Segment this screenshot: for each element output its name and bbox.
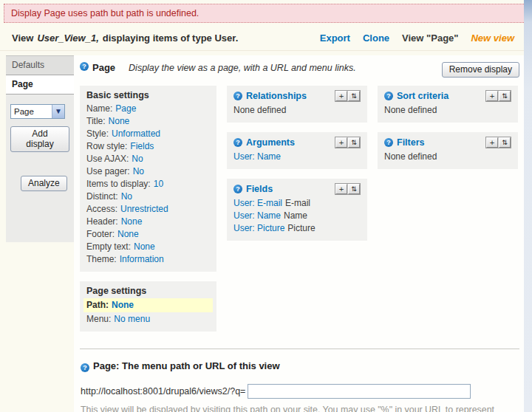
error-message: Display Page uses path but path is undef… [4, 4, 525, 23]
setting-value-link[interactable]: No [133, 166, 144, 176]
field-item-link[interactable]: User: E-mail [233, 198, 282, 208]
edit-pane-title: ?Page: The menu path or URL of this view [80, 360, 519, 372]
panel-buttons: + ⇅ [335, 137, 361, 148]
panel-buttons: + ⇅ [485, 90, 511, 102]
remove-display-button[interactable]: Remove display [442, 62, 519, 78]
argument-item-link[interactable]: User: Name [233, 151, 281, 162]
display-type-select-value: Page [14, 107, 52, 116]
setting-label: Row style: [86, 141, 127, 151]
setting-value-link[interactable]: No [121, 191, 132, 202]
sort-criteria-panel: ? Sort criteria + ⇅ None defined [378, 86, 518, 123]
view-info-bar: View User_View_1, displaying items of ty… [0, 23, 532, 51]
sort-criteria-title-link[interactable]: Sort criteria [397, 91, 449, 101]
setting-label: Use pager: [86, 166, 130, 176]
path-field-description: This view will be displayed by visiting … [81, 403, 519, 412]
add-icon-button[interactable]: + [486, 91, 498, 101]
settings-columns: Basic settings Name:Page Title:None Styl… [74, 84, 525, 341]
view-name: User_View_1, [37, 32, 98, 44]
arguments-title-link[interactable]: Arguments [246, 137, 295, 148]
rearrange-icon-button[interactable]: ⇅ [348, 91, 360, 101]
relationships-panel: ? Relationships + ⇅ None defined [227, 86, 367, 123]
setting-label: Theme: [86, 254, 117, 264]
sort-criteria-empty-text: None defined [384, 104, 511, 117]
setting-label: Footer: [86, 229, 115, 239]
field-item: User: NameName [233, 210, 361, 222]
rearrange-icon-button[interactable]: ⇅ [348, 137, 360, 148]
setting-row-access: Access:Unrestricted [86, 203, 210, 216]
path-input[interactable] [248, 384, 471, 399]
argument-item: User: Name [233, 151, 361, 163]
rearrange-icon-button[interactable]: ⇅ [348, 184, 360, 194]
add-display-button[interactable]: Add display [10, 126, 69, 152]
tab-page[interactable]: Page [6, 75, 74, 95]
add-icon-button[interactable]: + [486, 137, 498, 148]
rearrange-icon-button[interactable]: ⇅ [499, 137, 511, 148]
help-icon[interactable]: ? [81, 363, 89, 372]
display-type-select[interactable]: Page ▼ [10, 104, 65, 119]
setting-value-link[interactable]: Page [115, 103, 136, 114]
setting-value-link[interactable]: No [132, 154, 143, 164]
filters-title-link[interactable]: Filters [397, 137, 425, 148]
setting-row-items: Items to display:10 [86, 178, 210, 190]
setting-value-link[interactable]: 10 [154, 179, 163, 189]
field-item-link[interactable]: User: Picture [233, 223, 284, 233]
clone-link[interactable]: Clone [363, 32, 389, 44]
setting-value-link[interactable]: Unformatted [112, 128, 160, 139]
url-prefix-label: http://localhost:8001/drupal6/views2/?q= [81, 386, 245, 396]
arguments-panel: ? Arguments + ⇅ User: Name [227, 132, 367, 169]
export-link[interactable]: Export [320, 32, 350, 44]
path-field-row: http://localhost:8001/drupal6/views2/?q= [81, 384, 519, 399]
add-icon-button[interactable]: + [335, 184, 347, 194]
setting-label: Distinct: [86, 191, 118, 202]
setting-value-link[interactable]: Unrestricted [120, 204, 168, 214]
analyze-button[interactable]: Analyze [21, 176, 67, 191]
setting-label: Style: [86, 128, 109, 139]
view-page-link[interactable]: View "Page" [402, 32, 458, 44]
help-icon[interactable]: ? [233, 185, 242, 193]
setting-label: Use AJAX: [86, 154, 129, 164]
menu-value-link[interactable]: No menu [114, 314, 150, 324]
column-middle: ? Relationships + ⇅ None defined ? Argum… [227, 86, 367, 250]
path-label: Path: [86, 300, 109, 310]
field-item: User: E-mailE-mail [233, 197, 361, 210]
setting-row-style: Style:Unformatted [86, 128, 210, 140]
setting-row-title: Title:None [86, 115, 210, 128]
page-settings-title: Page settings [86, 286, 210, 296]
setting-value-link[interactable]: None [121, 216, 143, 227]
help-icon[interactable]: ? [384, 92, 393, 100]
filters-empty-text: None defined [384, 151, 511, 163]
column-right: ? Sort criteria + ⇅ None defined ? Filte… [378, 86, 518, 179]
field-item-label: Picture [287, 223, 315, 233]
help-icon[interactable]: ? [233, 92, 242, 100]
help-icon[interactable]: ? [233, 138, 242, 147]
help-icon[interactable]: ? [80, 62, 89, 71]
path-value-link[interactable]: None [112, 300, 134, 310]
new-view-link[interactable]: New view [471, 32, 514, 44]
basic-settings-title: Basic settings [86, 90, 210, 100]
setting-value-link[interactable]: None [117, 229, 139, 239]
setting-row-use-ajax: Use AJAX:No [86, 153, 210, 165]
field-item-link[interactable]: User: Name [233, 210, 281, 221]
tab-defaults[interactable]: Defaults [6, 55, 74, 75]
display-edit-main: ? Page Display the view as a page, with … [74, 55, 526, 412]
rearrange-icon-button[interactable]: ⇅ [499, 91, 511, 101]
setting-label: Header: [86, 216, 118, 227]
setting-row-row-style: Row style:Fields [86, 140, 210, 153]
setting-value-link[interactable]: None [109, 116, 130, 126]
view-info-prefix: View [12, 32, 33, 44]
setting-row-use-pager: Use pager:No [86, 165, 210, 178]
setting-value-link[interactable]: Information [120, 254, 164, 264]
setting-row-header: Header:None [86, 216, 210, 228]
add-icon-button[interactable]: + [335, 91, 347, 101]
add-icon-button[interactable]: + [335, 137, 347, 148]
basic-settings-box: Basic settings Name:Page Title:None Styl… [80, 86, 216, 272]
setting-row-name: Name:Page [86, 103, 210, 115]
setting-label: Access: [86, 204, 117, 214]
relationships-title-link[interactable]: Relationships [246, 91, 307, 101]
panel-buttons: + ⇅ [335, 183, 361, 195]
setting-value-link[interactable]: Fields [130, 141, 154, 151]
help-icon[interactable]: ? [384, 138, 393, 147]
setting-value-link[interactable]: None [134, 241, 155, 252]
chevron-down-icon: ▼ [52, 105, 64, 118]
fields-title-link[interactable]: Fields [246, 184, 273, 194]
